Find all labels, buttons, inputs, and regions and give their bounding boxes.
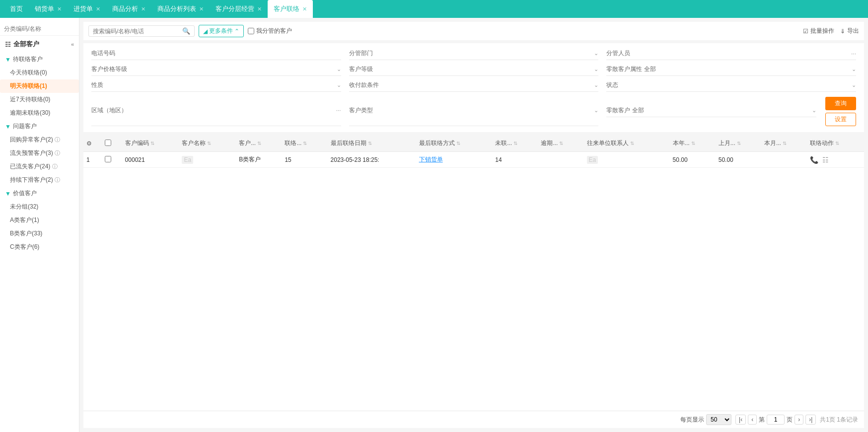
search-input[interactable] bbox=[93, 28, 182, 35]
sidebar-item-1-3[interactable]: 持续下滑客户(2) ⓘ bbox=[0, 173, 79, 187]
sidebar-item-0-3[interactable]: 逾期未联络(30) bbox=[0, 106, 79, 120]
per-page-select[interactable]: 102050100 bbox=[706, 414, 731, 425]
my-customer-checkbox-row[interactable]: 我分管的客户 bbox=[248, 27, 292, 35]
my-customer-checkbox[interactable] bbox=[248, 28, 254, 34]
sort-icon[interactable]: ⇅ bbox=[303, 141, 307, 146]
chevron-down-icon4: ⌄ bbox=[852, 66, 856, 72]
sidebar-item-2-3[interactable]: C类客户(6) bbox=[0, 240, 79, 254]
cell-contact_person: Ea bbox=[584, 152, 670, 168]
col-header-last_month[interactable]: 上月...⇅ bbox=[716, 135, 761, 152]
close-icon[interactable]: ✕ bbox=[302, 6, 307, 12]
col-header-this_year[interactable]: 本年...⇅ bbox=[670, 135, 716, 152]
cell-value-uncontacted: 14 bbox=[495, 156, 502, 163]
prev-page-button[interactable]: ‹ bbox=[748, 415, 757, 425]
sidebar-all-customers[interactable]: ☷ 全部客户 « bbox=[0, 36, 79, 53]
cell-checkbox bbox=[102, 152, 122, 168]
close-icon[interactable]: ✕ bbox=[257, 6, 262, 12]
search-icon[interactable]: 🔍 bbox=[182, 27, 190, 35]
sidebar-item-1-1[interactable]: 流失预警客户(3) ⓘ bbox=[0, 146, 79, 160]
cell-this_month bbox=[761, 152, 807, 168]
cell-code[interactable]: 000021 bbox=[122, 152, 179, 168]
filter-person-dots[interactable]: ··· bbox=[851, 50, 856, 57]
close-icon[interactable]: ✕ bbox=[57, 6, 62, 12]
sort-icon[interactable]: ⇅ bbox=[691, 141, 695, 146]
sidebar-item-label: 持续下滑客户(2) ⓘ bbox=[10, 176, 60, 183]
last-page-button[interactable]: ›| bbox=[805, 415, 816, 425]
last-contact-method-link[interactable]: 下销货单 bbox=[419, 156, 443, 163]
gear-icon[interactable]: ⚙ bbox=[86, 140, 92, 147]
col-header-contact_person[interactable]: 往来单位联系人⇅ bbox=[584, 135, 670, 152]
close-icon[interactable]: ✕ bbox=[96, 6, 100, 12]
filter-label: 更多条件 bbox=[209, 27, 233, 35]
sort-icon[interactable]: ⇅ bbox=[559, 141, 563, 146]
sidebar-search-box[interactable]: 🔍 bbox=[0, 22, 79, 36]
col-header-checkbox[interactable] bbox=[102, 135, 122, 152]
export-button[interactable]: ⇓ 导出 bbox=[840, 27, 859, 35]
sort-icon[interactable]: ⇅ bbox=[150, 141, 154, 146]
nav-item-进货单[interactable]: 进货单✕ bbox=[68, 0, 106, 18]
sort-icon[interactable]: ⇅ bbox=[630, 141, 634, 146]
filter-status: 状态 ⌄ bbox=[606, 81, 856, 92]
query-button[interactable]: 查询 bbox=[825, 97, 856, 110]
close-icon[interactable]: ✕ bbox=[141, 6, 145, 12]
col-header-last_contact_method[interactable]: 最后联络方式⇅ bbox=[416, 135, 493, 152]
close-icon[interactable]: ✕ bbox=[199, 6, 204, 12]
batch-ops-button[interactable]: ☑ 批量操作 bbox=[803, 27, 834, 35]
sort-icon[interactable]: ⇅ bbox=[368, 141, 372, 146]
col-header-overdue[interactable]: 逾期...⇅ bbox=[538, 135, 583, 152]
next-page-button[interactable]: › bbox=[795, 415, 803, 425]
col-header-seq[interactable]: ⚙ bbox=[83, 135, 102, 152]
row-checkbox[interactable] bbox=[105, 156, 111, 162]
sidebar-group-title-2[interactable]: ▼价值客户 bbox=[0, 187, 79, 200]
select-all-checkbox[interactable] bbox=[105, 140, 111, 146]
more-filter-button[interactable]: ◢ 更多条件 ⌃ bbox=[199, 25, 244, 37]
sidebar-search-input[interactable] bbox=[4, 25, 78, 32]
sort-icon[interactable]: ⇅ bbox=[257, 141, 261, 146]
sidebar-item-1-2[interactable]: 已流失客户(24) ⓘ bbox=[0, 160, 79, 173]
col-header-code[interactable]: 客户编码⇅ bbox=[122, 135, 179, 152]
filter-region-dots[interactable]: ··· bbox=[336, 107, 341, 114]
sidebar-item-1-0[interactable]: 回购异常客户(2) ⓘ bbox=[0, 133, 79, 146]
sidebar-item-0-1[interactable]: 明天待联络(1) bbox=[0, 79, 79, 93]
col-header-actions[interactable]: 联络动作⇅ bbox=[807, 135, 864, 152]
sidebar-item-0-2[interactable]: 近7天待联络(0) bbox=[0, 93, 79, 106]
nav-item-客户联络[interactable]: 客户联络✕ bbox=[268, 0, 313, 18]
page-nav: |‹ ‹ 第 页 › ›| bbox=[735, 415, 816, 425]
sort-icon[interactable]: ⇅ bbox=[835, 141, 839, 146]
page-input[interactable] bbox=[767, 415, 785, 425]
sort-icon[interactable]: ⇅ bbox=[783, 141, 787, 146]
sort-icon[interactable]: ⇅ bbox=[513, 141, 517, 146]
sort-icon[interactable]: ⇅ bbox=[737, 141, 741, 146]
export-icon: ⇓ bbox=[840, 28, 845, 35]
chevron-down-icon2: ⌄ bbox=[337, 66, 341, 72]
batch-ops-label: 批量操作 bbox=[810, 27, 834, 35]
col-header-this_month[interactable]: 本月...⇅ bbox=[761, 135, 807, 152]
cell-last_contact_method[interactable]: 下销货单 bbox=[416, 152, 493, 168]
search-box[interactable]: 🔍 bbox=[88, 25, 195, 37]
sidebar-item-0-0[interactable]: 今天待联络(0) bbox=[0, 66, 79, 79]
sidebar-item-2-1[interactable]: A类客户(1) bbox=[0, 214, 79, 227]
col-header-name[interactable]: 客户名称⇅ bbox=[179, 135, 236, 152]
sidebar-group-title-1[interactable]: ▼问题客户 bbox=[0, 120, 79, 133]
sort-icon[interactable]: ⇅ bbox=[207, 141, 211, 146]
nav-item-商品分析[interactable]: 商品分析✕ bbox=[106, 0, 151, 18]
col-header-contact_count[interactable]: 联络...⇅ bbox=[282, 135, 327, 152]
cell-this_year: 50.00 bbox=[670, 152, 716, 168]
col-header-type[interactable]: 客户...⇅ bbox=[236, 135, 282, 152]
nav-item-销货单[interactable]: 销货单✕ bbox=[29, 0, 68, 18]
col-header-uncontacted[interactable]: 未联...⇅ bbox=[492, 135, 538, 152]
sidebar-item-2-0[interactable]: 未分组(32) bbox=[0, 200, 79, 214]
nav-item-首页[interactable]: 首页 bbox=[4, 0, 29, 18]
col-label-last_contact_date: 最后联络日期 bbox=[331, 140, 366, 146]
col-header-last_contact_date[interactable]: 最后联络日期⇅ bbox=[328, 135, 416, 152]
pagination-bar: 每页显示 102050100 |‹ ‹ 第 页 › ›| 共1页 1条记录 bbox=[83, 411, 864, 428]
first-page-button[interactable]: |‹ bbox=[735, 415, 746, 425]
set-button[interactable]: 设置 bbox=[825, 113, 856, 126]
grid-action-icon[interactable]: ☷ bbox=[822, 156, 829, 164]
nav-item-商品分析列表[interactable]: 商品分析列表✕ bbox=[151, 0, 210, 18]
sort-icon[interactable]: ⇅ bbox=[456, 141, 460, 146]
call-icon[interactable]: 📞 bbox=[810, 156, 818, 164]
nav-item-客户分层经营[interactable]: 客户分层经营✕ bbox=[210, 0, 268, 18]
sidebar-item-2-2[interactable]: B类客户(33) bbox=[0, 227, 79, 240]
sidebar-group-title-0[interactable]: ▼待联络客户 bbox=[0, 53, 79, 66]
